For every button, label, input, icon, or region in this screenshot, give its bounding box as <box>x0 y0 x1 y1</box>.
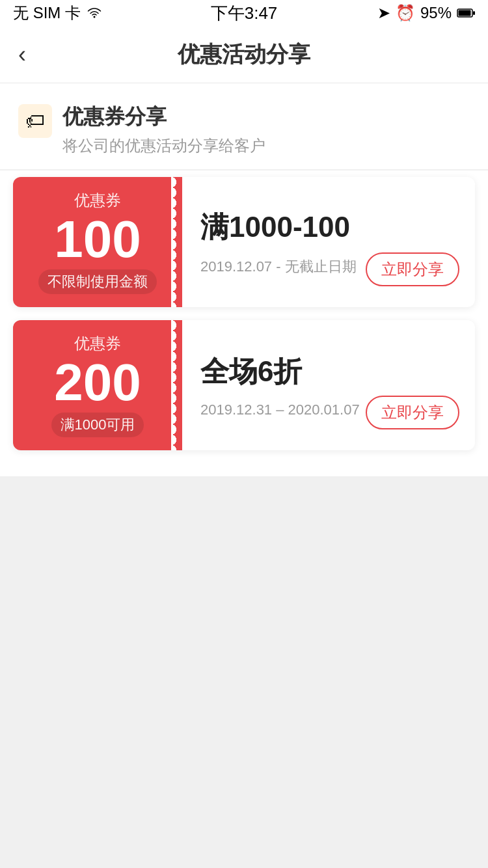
coupon-amount-1: 100 <box>54 213 141 265</box>
status-right: ➤ ⏰ 95% <box>377 4 475 22</box>
section-subtitle: 将公司的优惠活动分享给客户 <box>62 135 265 156</box>
carrier-text: 无 SIM 卡 <box>13 3 81 23</box>
coupon-condition-1: 不限制使用金额 <box>38 269 157 294</box>
coupon-left-2: 优惠券 200 满1000可用 <box>13 320 182 450</box>
nav-bar: ‹ 优惠活动分享 <box>0 26 488 83</box>
status-bar: 无 SIM 卡 下午3:47 ➤ ⏰ 95% <box>0 0 488 26</box>
page-title: 优惠活动分享 <box>178 40 310 70</box>
share-button-2[interactable]: 立即分享 <box>366 396 459 429</box>
status-left: 无 SIM 卡 <box>13 3 102 23</box>
share-button-1[interactable]: 立即分享 <box>366 252 459 286</box>
coupon-label-1: 优惠券 <box>74 190 121 211</box>
coupon-amount-2: 200 <box>54 357 141 409</box>
back-button[interactable]: ‹ <box>18 41 26 68</box>
coupon-right-2: 全场6折 2019.12.31 – 2020.01.07 立即分享 <box>182 320 475 450</box>
coupon-card-2: 优惠券 200 满1000可用 全场6折 2019.12.31 – 2020.0… <box>13 320 475 450</box>
bottom-area <box>0 476 488 854</box>
svg-rect-2 <box>473 11 475 15</box>
section-header: 🏷 优惠券分享 将公司的优惠活动分享给客户 <box>0 83 488 169</box>
status-time: 下午3:47 <box>211 2 278 25</box>
wifi-icon <box>87 4 102 22</box>
coupon-left-1: 优惠券 100 不限制使用金额 <box>13 177 182 307</box>
coupon-right-1: 满1000-100 2019.12.07 - 无截止日期 立即分享 <box>182 177 475 307</box>
coupon-card-1: 优惠券 100 不限制使用金额 满1000-100 2019.12.07 - 无… <box>13 177 475 307</box>
section-icon: 🏷 <box>18 104 52 138</box>
svg-rect-1 <box>459 10 471 16</box>
coupon-name-1: 满1000-100 <box>200 208 457 247</box>
coupon-name-2: 全场6折 <box>200 353 457 391</box>
coupon-list: 优惠券 100 不限制使用金额 满1000-100 2019.12.07 - 无… <box>0 170 488 476</box>
coupon-label-2: 优惠券 <box>74 333 121 354</box>
battery-percent: 95% <box>420 4 452 22</box>
location-icon: ➤ <box>377 4 390 22</box>
alarm-icon: ⏰ <box>396 4 415 22</box>
battery-icon <box>457 4 475 22</box>
section-text: 优惠券分享 将公司的优惠活动分享给客户 <box>62 103 265 156</box>
section-title: 优惠券分享 <box>62 103 265 131</box>
coupon-condition-2: 满1000可用 <box>51 413 144 437</box>
